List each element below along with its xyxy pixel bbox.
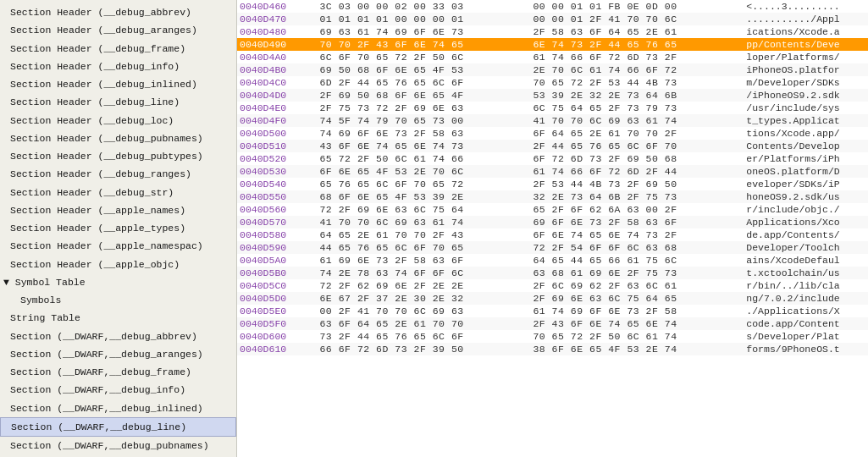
- hex-address: 0040D4D0: [237, 89, 317, 102]
- hex-bytes-2: 69 6F 6E 73 2F 58 63 6F: [530, 216, 744, 228]
- tree-item-dwarf_debug_abbrev[interactable]: Section (__DWARF,__debug_abbrev): [0, 328, 236, 345]
- tree-item-sh_debug_info[interactable]: Section Header (__debug_info): [0, 58, 236, 75]
- hex-ascii: Applications/Xco: [744, 216, 868, 228]
- hex-ascii: r/bin/../lib/cla: [744, 279, 868, 292]
- hex-ascii: iPhoneOS.platfor: [744, 63, 868, 76]
- hex-address: 0040D5C0: [237, 279, 317, 292]
- hex-address: 0040D570: [237, 216, 317, 228]
- hex-ascii: forms/9PhoneOS.t: [744, 343, 868, 355]
- hex-row: 0040D61066 6F 72 6D 73 2F 39 5038 6F 6E …: [237, 343, 868, 355]
- hex-ascii: tions/Xcode.app/: [744, 127, 868, 140]
- tree-item-sh_debug_line[interactable]: Section Header (__debug_line): [0, 93, 236, 111]
- hex-bytes-2: 2E 70 6C 61 74 66 6F 72: [530, 63, 744, 76]
- hex-row: 0040D5C072 2F 62 69 6E 2F 2E 2E2F 6C 69 …: [237, 279, 868, 292]
- hex-ascii: t_types.Applicat: [744, 114, 868, 127]
- hex-row: 0040D54065 76 65 6C 6F 70 65 722F 53 44 …: [237, 178, 868, 190]
- hex-bytes-1: 6E 67 2F 37 2E 30 2E 32: [317, 292, 530, 305]
- hex-address: 0040D460: [237, 0, 317, 13]
- hex-ascii: loper/Platforms/: [744, 51, 868, 63]
- tree-item-sh_debug_frame[interactable]: Section Header (__debug_frame): [0, 40, 236, 58]
- hex-bytes-2: 00 00 01 01 FB 0E 0D 00: [530, 0, 744, 13]
- hex-bytes-2: 64 65 44 65 66 61 75 6C: [530, 254, 744, 267]
- tree-item-symbol_table_header[interactable]: ▼ Symbol Table: [0, 273, 236, 291]
- hex-row: 0040D5A061 69 6E 73 2F 58 63 6F64 65 44 …: [237, 254, 868, 267]
- hex-ascii: /iPhoneOS9.2.sdk: [744, 89, 868, 102]
- hex-ascii: ains/XcodeDefaul: [744, 254, 868, 267]
- hex-bytes-1: 65 76 65 6C 6F 70 65 72: [317, 178, 530, 190]
- hex-bytes-2: 61 74 66 6F 72 6D 2F 44: [530, 165, 744, 178]
- tree-item-dwarf_debug_info[interactable]: Section (__DWARF,__debug_info): [0, 381, 236, 399]
- hex-bytes-2: 2F 69 6E 63 6C 75 64 65: [530, 292, 744, 305]
- hex-bytes-1: 61 69 6E 73 2F 58 63 6F: [317, 254, 530, 267]
- tree-item-sh_debug_aranges[interactable]: Section Header (__debug_aranges): [0, 21, 236, 39]
- tree-item-sh_debug_inlined[interactable]: Section Header (__debug_inlined): [0, 75, 236, 93]
- hex-ascii: ng/7.0.2/include: [744, 292, 868, 305]
- hex-bytes-1: 74 2E 78 63 74 6F 6F 6C: [317, 267, 530, 279]
- hex-row: 0040D50074 69 6F 6E 73 2F 58 636F 64 65 …: [237, 127, 868, 140]
- hex-bytes-2: 6F 64 65 2E 61 70 70 2F: [530, 127, 744, 140]
- hex-row: 0040D48069 63 61 74 69 6F 6E 732F 58 63 …: [237, 25, 868, 38]
- hex-row: 0040D5B074 2E 78 63 74 6F 6F 6C63 68 61 …: [237, 267, 868, 279]
- hex-bytes-2: 72 2F 54 6F 6F 6C 63 68: [530, 241, 744, 254]
- hex-ascii: ./Applications/X: [744, 305, 868, 317]
- hex-row: 0040D5E000 2F 41 70 70 6C 69 6361 74 69 …: [237, 305, 868, 317]
- tree-item-symbols[interactable]: Symbols: [0, 291, 236, 309]
- tree-item-sh_apple_namespac[interactable]: Section Header (__apple_namespac): [0, 237, 236, 255]
- hex-bytes-2: 41 70 70 6C 69 63 61 74: [530, 114, 744, 127]
- hex-bytes-2: 6F 6E 74 65 6E 74 73 2F: [530, 228, 744, 241]
- hex-bytes-1: 73 2F 44 65 76 65 6C 6F: [317, 330, 530, 343]
- tree-item-dwarf_debug_frame[interactable]: Section (__DWARF,__debug_frame): [0, 363, 236, 381]
- hex-address: 0040D530: [237, 165, 317, 178]
- hex-row: 0040D4F074 5F 74 79 70 65 73 0041 70 70 …: [237, 114, 868, 127]
- hex-ascii: pp/Contents/Deve: [744, 38, 868, 51]
- hex-address: 0040D560: [237, 203, 317, 216]
- hex-row: 0040D5D06E 67 2F 37 2E 30 2E 322F 69 6E …: [237, 292, 868, 305]
- tree-item-sh_debug_pubtypes[interactable]: Section Header (__debug_pubtypes): [0, 147, 236, 165]
- hex-bytes-1: 2F 75 73 72 2F 69 6E 63: [317, 102, 530, 114]
- hex-bytes-1: 00 2F 41 70 70 6C 69 63: [317, 305, 530, 317]
- hex-ascii: Contents/Develop: [744, 140, 868, 152]
- hex-address: 0040D520: [237, 152, 317, 165]
- hex-address: 0040D600: [237, 330, 317, 343]
- hex-bytes-1: 44 65 76 65 6C 6F 70 65: [317, 241, 530, 254]
- hex-bytes-2: 61 74 69 6F 6E 73 2F 58: [530, 305, 744, 317]
- hex-bytes-1: 6F 6E 65 4F 53 2E 70 6C: [317, 165, 530, 178]
- tree-item-sh_debug_pubnames[interactable]: Section Header (__debug_pubnames): [0, 129, 236, 147]
- hex-address: 0040D4B0: [237, 63, 317, 76]
- hex-ascii: m/Developer/SDKs: [744, 76, 868, 89]
- hex-bytes-2: 00 00 01 2F 41 70 70 6C: [530, 13, 744, 25]
- hex-row: 0040D5306F 6E 65 4F 53 2E 70 6C61 74 66 …: [237, 165, 868, 178]
- hex-ascii: t.xctoolchain/us: [744, 267, 868, 279]
- hex-address: 0040D5D0: [237, 292, 317, 305]
- hex-bytes-2: 6E 74 73 2F 44 65 76 65: [530, 38, 744, 51]
- tree-item-dwarf_debug_pubnames[interactable]: Section (__DWARF,__debug_pubnames): [0, 437, 236, 454]
- tree-item-sh_apple_types[interactable]: Section Header (__apple_types): [0, 219, 236, 237]
- tree-panel[interactable]: Section Header (__debug_abbrev)Section H…: [0, 0, 237, 457]
- hex-bytes-2: 2F 58 63 6F 64 65 2E 61: [530, 25, 744, 38]
- hex-bytes-1: 72 2F 69 6E 63 6C 75 64: [317, 203, 530, 216]
- hex-bytes-1: 43 6F 6E 74 65 6E 74 73: [317, 140, 530, 152]
- hex-ascii: code.app/Content: [744, 317, 868, 330]
- hex-bytes-2: 6F 72 6D 73 2F 69 50 68: [530, 152, 744, 165]
- tree-item-sh_debug_str[interactable]: Section Header (__debug_str): [0, 184, 236, 201]
- tree-item-sh_debug_loc[interactable]: Section Header (__debug_loc): [0, 112, 236, 129]
- tree-item-dwarf_debug_aranges[interactable]: Section (__DWARF,__debug_aranges): [0, 345, 236, 363]
- hex-row: 0040D51043 6F 6E 74 65 6E 74 732F 44 65 …: [237, 140, 868, 152]
- hex-address: 0040D4E0: [237, 102, 317, 114]
- hex-table: 0040D4603C 03 00 00 02 00 33 0300 00 01 …: [237, 0, 868, 355]
- tree-item-sh_debug_abbrev[interactable]: Section Header (__debug_abbrev): [0, 3, 236, 21]
- hex-ascii: oneOS.platform/D: [744, 165, 868, 178]
- tree-item-dwarf_debug_inlined[interactable]: Section (__DWARF,__debug_inlined): [0, 399, 236, 417]
- hex-row: 0040D55068 6F 6E 65 4F 53 39 2E32 2E 73 …: [237, 190, 868, 203]
- tree-item-sh_apple_objc[interactable]: Section Header (__apple_objc): [0, 256, 236, 273]
- hex-ascii: /usr/include/sys: [744, 102, 868, 114]
- hex-bytes-2: 2F 44 65 76 65 6C 6F 70: [530, 140, 744, 152]
- hex-bytes-2: 38 6F 6E 65 4F 53 2E 74: [530, 343, 744, 355]
- hex-bytes-1: 69 50 68 6F 6E 65 4F 53: [317, 63, 530, 76]
- tree-item-sh_apple_names[interactable]: Section Header (__apple_names): [0, 201, 236, 219]
- hex-row: 0040D52065 72 2F 50 6C 61 74 666F 72 6D …: [237, 152, 868, 165]
- tree-item-sh_debug_ranges[interactable]: Section Header (__debug_ranges): [0, 165, 236, 183]
- tree-item-dwarf_debug_line[interactable]: Section (__DWARF,__debug_line): [0, 417, 236, 437]
- tree-item-string_table[interactable]: String Table: [0, 309, 236, 327]
- hex-ascii: ications/Xcode.a: [744, 25, 868, 38]
